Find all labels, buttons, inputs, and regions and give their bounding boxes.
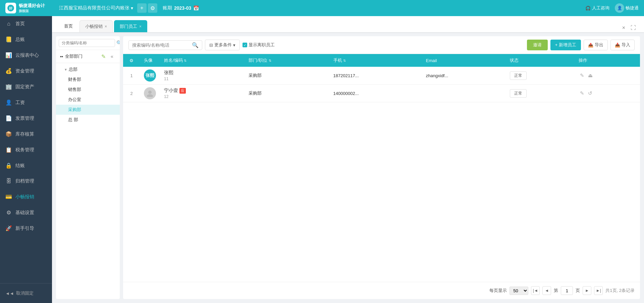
edit-employee-button[interactable]: ✎: [579, 90, 586, 97]
pagination: 每页显示 50 10 20 100 |◄ ◄ 第 页 ► ►| 共1页, 2条记…: [123, 282, 640, 299]
sidebar-bottom: ◄◄ 取消固定: [0, 283, 52, 303]
logout-employee-button[interactable]: ⏏: [587, 72, 594, 79]
avatar-cell: 张熙: [140, 67, 160, 85]
sidebar-item-settings[interactable]: ⚙ 基础设置: [0, 205, 52, 220]
topbar-actions: + ⚙: [137, 3, 157, 13]
invite-button[interactable]: 邀请: [527, 40, 548, 50]
page-next-button[interactable]: ►: [583, 286, 591, 295]
tab-dept-emp[interactable]: 部门员工 ×: [114, 20, 147, 32]
svg-text:好: 好: [9, 6, 13, 10]
status-badge: 正常: [510, 89, 527, 98]
chevron-down-icon: ▾: [131, 5, 133, 11]
sort-dept-icon: ⇅: [269, 59, 271, 62]
emp-tbody: 1 张熙 张熙 11 采购部 187202117... zhangxidf...…: [123, 67, 640, 102]
collapse-dept-button[interactable]: «: [108, 53, 116, 60]
sidebar-item-guide[interactable]: 🚀 新手引导: [0, 220, 52, 236]
dept-search-input[interactable]: [59, 39, 115, 47]
tab-expense[interactable]: 小畅报销 ×: [79, 20, 113, 32]
add-button[interactable]: +: [137, 3, 147, 13]
sidebar-item-home[interactable]: ⌂ 首页: [0, 16, 52, 32]
sidebar-item-assets[interactable]: 🏢 固定资产: [0, 79, 52, 95]
emp-code: 11: [164, 77, 240, 81]
emp-name: 张熙: [164, 70, 240, 76]
add-employee-button[interactable]: + 新增员工: [550, 40, 581, 50]
tab-expense-close[interactable]: ×: [105, 24, 107, 29]
period-display: 账期 2023-03 📅: [163, 5, 199, 11]
ai-consult[interactable]: 🎧 人工咨询: [585, 5, 609, 11]
settings-icon[interactable]: ⚙: [148, 3, 157, 13]
svg-point-3: [147, 94, 153, 97]
app-title: 畅捷通好会计: [19, 3, 45, 9]
employee-panel: 🔍 ⊟ 更多条件 ▾ ✓ 显示离职员工 邀请: [123, 36, 640, 299]
col-dept[interactable]: 部门/职位 ⇅: [245, 54, 329, 67]
svg-point-2: [148, 91, 152, 94]
sidebar-item-expense[interactable]: 💳 小畅报销: [0, 189, 52, 205]
emp-code: 12: [164, 94, 240, 99]
show-resigned-toggle[interactable]: ✓ 显示离职员工: [243, 42, 275, 48]
dept-panel: 🔍 ▪▪ 全部部门 ✎ « ▼ 总部: [56, 36, 120, 299]
dept-node-xiaoshou[interactable]: 销售部: [56, 85, 120, 95]
edit-employee-button[interactable]: ✎: [579, 72, 586, 79]
page-prev-button[interactable]: ◄: [542, 286, 551, 295]
dept-node-zongbu[interactable]: ▼ 总部: [56, 64, 120, 74]
edit-dept-button[interactable]: ✎: [100, 53, 107, 60]
emp-toolbar-right: 邀请 + 新增员工 📤 导出 📥 导入: [527, 40, 635, 50]
inner-content: 🔍 ▪▪ 全部部门 ✎ « ▼ 总部: [52, 32, 644, 303]
col-settings[interactable]: ⚙: [123, 54, 140, 67]
sidebar-item-archive[interactable]: 🗄 归档管理: [0, 173, 52, 189]
sidebar-item-ledger[interactable]: 📒 总账: [0, 32, 52, 47]
app-subtitle: 旗舰版: [19, 9, 45, 13]
dept-node-caigou[interactable]: 采购部: [56, 105, 120, 115]
dept-node-caiwu[interactable]: 财务部: [56, 74, 120, 85]
export-button[interactable]: 📤 导出: [584, 40, 608, 50]
sidebar-item-payroll[interactable]: 👤 工资: [0, 95, 52, 110]
export-icon: 📤: [588, 43, 593, 48]
page-last-button[interactable]: ►|: [594, 286, 603, 295]
company-name[interactable]: 江西服宝精品有限责任公司内账张 ▾: [59, 5, 133, 11]
calendar-icon[interactable]: 📅: [193, 5, 199, 11]
reports-icon: 📊: [5, 52, 12, 58]
sidebar-item-invoice[interactable]: 📄 发票管理: [0, 110, 52, 126]
emp-search-input[interactable]: [132, 43, 190, 48]
expand-window-button[interactable]: ⛶: [629, 23, 637, 32]
sidebar-item-reports[interactable]: 📊 云报表中心: [0, 47, 52, 63]
sidebar-item-capital[interactable]: 💰 资金管理: [0, 63, 52, 79]
import-button[interactable]: 📥 导入: [610, 40, 635, 50]
page-first-button[interactable]: |◄: [531, 286, 540, 295]
user-profile[interactable]: 👤 畅捷通: [615, 3, 639, 13]
col-email: Email: [422, 54, 506, 67]
page-input[interactable]: [561, 286, 573, 295]
payroll-icon: 👤: [5, 99, 12, 106]
sidebar-item-inventory[interactable]: 📦 库存核算: [0, 126, 52, 142]
window-controls: × ⛶: [621, 23, 637, 32]
close-window-button[interactable]: ×: [621, 23, 627, 32]
sidebar-item-closing[interactable]: 🔒 结账: [0, 158, 52, 173]
avatar: 👤: [615, 3, 624, 13]
delete-employee-button[interactable]: ↺: [587, 90, 594, 97]
col-phone[interactable]: 手机 ⇅: [329, 54, 422, 67]
cancel-fixed-button[interactable]: ◄◄ 取消固定: [0, 287, 52, 300]
emp-toolbar: 🔍 ⊟ 更多条件 ▾ ✓ 显示离职员工 邀请: [123, 36, 640, 54]
name-cell: 张熙 11: [160, 67, 245, 85]
tab-dept-emp-close[interactable]: ×: [139, 24, 142, 29]
dept-search-button[interactable]: 🔍: [116, 40, 120, 46]
invoice-icon: 📄: [5, 115, 12, 121]
avatar: 张熙: [144, 69, 156, 82]
filter-button[interactable]: ⊟ 更多条件 ▾: [205, 40, 240, 50]
sidebar-item-tax[interactable]: 📋 税务管理: [0, 142, 52, 158]
sidebar: ⌂ 首页 📒 总账 📊 云报表中心 💰 资金管理 🏢 固定资产 👤 工资 📄 发…: [0, 16, 52, 303]
resigned-checkbox[interactable]: ✓: [243, 43, 247, 47]
dept-node-zong[interactable]: 总 部: [56, 115, 120, 125]
ledger-icon: 📒: [5, 36, 12, 43]
assets-icon: 🏢: [5, 84, 12, 90]
tab-home[interactable]: 首页: [59, 20, 78, 32]
phone-cell: 140000002...: [329, 85, 422, 102]
email-cell: [422, 85, 506, 102]
sort-name-icon: ⇅: [184, 59, 186, 62]
chevron-down-icon: ▾: [233, 43, 235, 48]
col-name[interactable]: 姓名/编码 ⇅: [160, 54, 245, 67]
dept-node-bangong[interactable]: 办公室: [56, 95, 120, 105]
sort-phone-icon: ⇅: [343, 59, 346, 62]
tag-badge: 应: [179, 88, 186, 94]
page-size-select[interactable]: 50 10 20 100: [509, 287, 528, 295]
